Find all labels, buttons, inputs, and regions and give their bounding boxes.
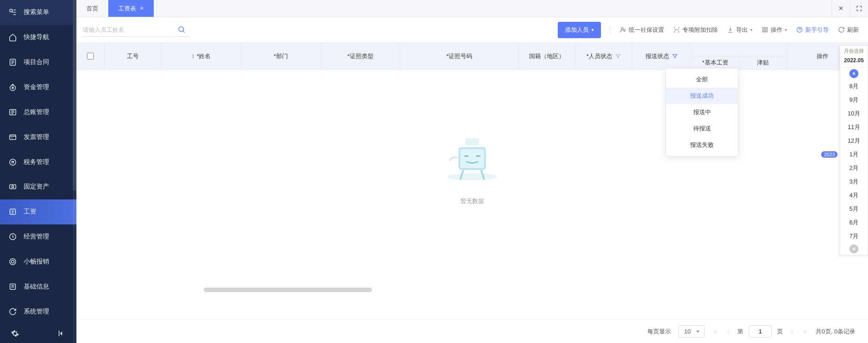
main-content: 首页 工资表 ✕ ✕ 添加人员 ▾ — [76, 0, 868, 343]
sidebar-item-invoice[interactable]: 发票管理 — [0, 124, 76, 149]
link-label: 导出 — [736, 26, 748, 34]
fullscreen-button[interactable] — [850, 0, 868, 17]
sidebar-item-search-menu[interactable]: 搜索菜单 — [0, 0, 76, 25]
month-item[interactable]: 5月 — [840, 202, 868, 216]
social-settings-link[interactable]: 统一社保设置 — [620, 26, 664, 34]
money-bag-icon — [8, 83, 17, 92]
data-table: 工号 ▲▼ *姓名 *部门 *证照类型 *证照号码 国籍（地区） *人员状态 报… — [76, 43, 868, 319]
collapse-button[interactable] — [38, 324, 76, 343]
next-page-button[interactable] — [788, 328, 796, 335]
th-submit-status[interactable]: 报送状态 — [632, 43, 691, 70]
first-page-button[interactable] — [712, 328, 719, 335]
page-size-select[interactable]: 10 — [678, 325, 705, 338]
sidebar-item-label: 小畅报销 — [24, 258, 49, 266]
tab-salary-sheet[interactable]: 工资表 ✕ — [108, 0, 154, 17]
month-scroll-up-button[interactable] — [840, 68, 868, 80]
empty-image — [440, 129, 504, 184]
collapse-icon — [57, 329, 66, 338]
sidebar-item-contract[interactable]: 项目合同 — [0, 50, 76, 75]
month-item[interactable]: 3月 — [840, 175, 868, 189]
asset-icon — [8, 182, 17, 191]
filter-icon[interactable] — [615, 53, 621, 59]
th-id[interactable]: 工号 — [105, 43, 161, 70]
month-item[interactable]: 11月 — [840, 120, 868, 134]
select-all-checkbox[interactable] — [87, 53, 94, 60]
month-item[interactable]: 6月 — [840, 216, 868, 229]
sidebar-item-salary[interactable]: 工资 — [0, 199, 76, 224]
filter-icon[interactable] — [672, 53, 678, 59]
svg-rect-22 — [464, 155, 469, 157]
tab-close-all-button[interactable]: ✕ — [832, 0, 850, 17]
month-scroll-down-button[interactable] — [840, 243, 868, 255]
sidebar-item-quick-nav[interactable]: 快捷导航 — [0, 25, 76, 50]
close-icon[interactable]: ✕ — [140, 5, 144, 11]
settings-button[interactable] — [0, 324, 38, 343]
sidebar-item-tax[interactable]: 税务管理 — [0, 149, 76, 174]
month-item[interactable]: 2月 — [840, 161, 868, 175]
link-label: 操作 — [771, 26, 782, 34]
sidebar-item-biz[interactable]: 经营管理 — [0, 224, 76, 249]
sidebar-item-fund[interactable]: 资金管理 — [0, 75, 76, 100]
filter-option[interactable]: 报送成功 — [666, 88, 738, 104]
search-field — [81, 23, 190, 37]
month-item[interactable]: 7月 — [840, 229, 868, 243]
horizontal-scrollbar[interactable] — [204, 288, 495, 292]
th-allowance: 津贴 — [739, 56, 787, 70]
th-checkbox — [76, 43, 105, 70]
help-icon — [796, 26, 803, 33]
chevron-down-icon — [849, 244, 858, 254]
tab-home[interactable]: 首页 — [76, 0, 108, 17]
month-item[interactable]: 12月 — [840, 134, 868, 148]
tab-label: 工资表 — [118, 5, 136, 13]
month-item[interactable]: 4月 — [840, 189, 868, 202]
guide-link[interactable]: 新手引导 — [796, 26, 829, 34]
month-item[interactable]: 9月 — [840, 93, 868, 107]
filter-option[interactable]: 待报送 — [666, 120, 738, 137]
last-page-button[interactable] — [801, 328, 808, 335]
special-deduction-link[interactable]: 专项附加扣除 — [673, 26, 718, 34]
prev-page-button[interactable] — [725, 328, 732, 335]
link-label: 刷新 — [847, 26, 859, 34]
th-person-status[interactable]: *人员状态 — [575, 43, 632, 70]
page-number-input[interactable] — [749, 325, 772, 338]
reimburse-icon — [8, 257, 17, 266]
sort-icon[interactable]: ▲▼ — [192, 54, 195, 59]
sidebar-item-reimburse[interactable]: 小畅报销 — [0, 249, 76, 274]
filter-option[interactable]: 报送中 — [666, 104, 738, 120]
th-name[interactable]: ▲▼ *姓名 — [161, 43, 241, 70]
refresh-link[interactable]: 刷新 — [838, 26, 859, 34]
month-item[interactable]: 10月 — [840, 107, 868, 120]
th-salary-group: *基本工资 津贴 — [691, 43, 787, 70]
month-panel-title: 月份选择 — [840, 46, 868, 56]
svg-point-5 — [10, 159, 16, 165]
sidebar-scrollbar[interactable] — [73, 0, 76, 343]
search-input[interactable] — [83, 26, 175, 33]
page-nav: 第 页 — [712, 325, 808, 338]
biz-icon — [8, 232, 17, 241]
export-link[interactable]: 导出 ▾ — [727, 26, 752, 34]
svg-rect-16 — [763, 30, 765, 32]
filter-option[interactable]: 全部 — [666, 71, 738, 88]
sidebar-item-label: 快捷导航 — [24, 33, 49, 41]
sidebar-item-label: 税务管理 — [24, 158, 49, 166]
svg-rect-24 — [465, 138, 479, 145]
button-label: 添加人员 — [565, 26, 589, 34]
sidebar-item-label: 总账管理 — [24, 108, 49, 116]
chevron-down-icon: ▾ — [591, 27, 594, 32]
sidebar-item-label: 经营管理 — [24, 233, 49, 241]
filter-option[interactable]: 报送失败 — [666, 137, 738, 153]
link-label: 专项附加扣除 — [682, 26, 718, 34]
operate-link[interactable]: 操作 ▾ — [762, 26, 787, 34]
month-item[interactable]: 8月 — [840, 80, 868, 93]
search-icon — [177, 25, 186, 34]
month-item[interactable]: 2023 1月 — [840, 148, 868, 161]
th-cert-type: *证照类型 — [321, 43, 400, 70]
sidebar-item-baseinfo[interactable]: 基础信息 — [0, 274, 76, 299]
add-person-button[interactable]: 添加人员 ▾ — [558, 22, 601, 38]
sidebar-item-ledger[interactable]: 总账管理 — [0, 99, 76, 124]
refresh-icon — [838, 26, 845, 33]
sidebar-item-asset[interactable]: 固定资产 — [0, 174, 76, 199]
search-button[interactable] — [175, 25, 188, 34]
sidebar-item-system[interactable]: 系统管理 — [0, 299, 76, 324]
sidebar-item-label: 固定资产 — [24, 183, 49, 191]
